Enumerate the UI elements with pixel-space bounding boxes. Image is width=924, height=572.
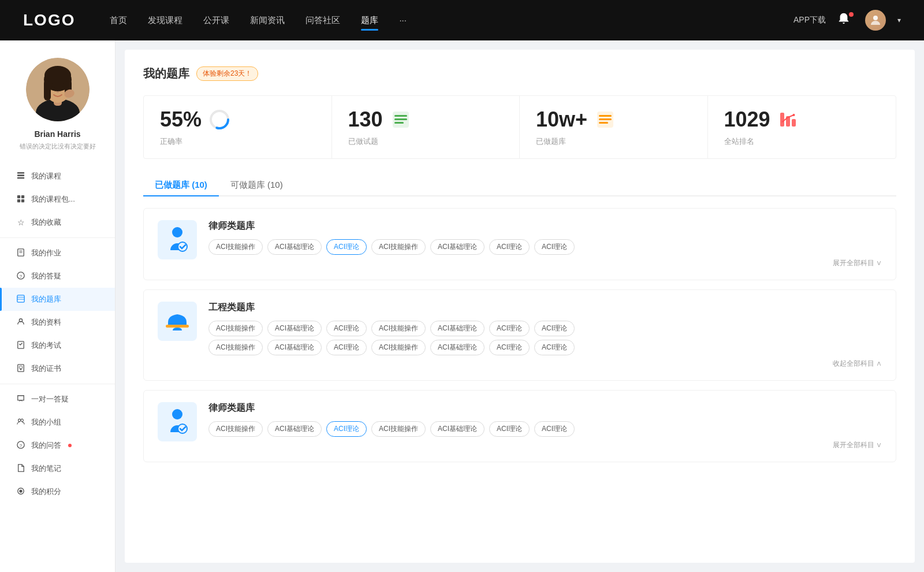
stat-done-banks-label: 已做题库	[536, 136, 691, 147]
svg-rect-25	[17, 295, 24, 302]
notes-icon	[16, 464, 25, 474]
sidebar-item-group-label: 我的小组	[31, 417, 61, 428]
stat-done-questions-top: 130	[348, 107, 504, 132]
tag[interactable]: ACI理论	[534, 421, 575, 437]
stat-accuracy-top: 55%	[160, 107, 315, 132]
svg-point-32	[20, 368, 22, 370]
tag[interactable]: ACI基础理论	[430, 421, 485, 437]
tag[interactable]: ACI理论	[489, 321, 530, 336]
nav-link-discover[interactable]: 发现课程	[148, 13, 182, 28]
svg-point-53	[172, 227, 182, 237]
points-icon	[16, 487, 25, 497]
profile-icon	[16, 318, 25, 328]
tag[interactable]: ACI理论	[534, 321, 575, 336]
tag[interactable]: ACI基础理论	[267, 340, 322, 355]
sidebar-item-points[interactable]: 我的积分	[0, 480, 115, 503]
tab-done[interactable]: 已做题库 (10)	[143, 175, 219, 196]
sidebar-item-my-course[interactable]: 我的课程	[0, 165, 115, 188]
tag[interactable]: ACI理论	[489, 421, 530, 437]
tag[interactable]: ACI基础理论	[430, 340, 485, 355]
nav-user-chevron[interactable]: ▾	[897, 16, 901, 24]
tag[interactable]: ACI技能操作	[371, 421, 426, 437]
sidebar-item-my-qa[interactable]: ? 我的问答	[0, 434, 115, 457]
tag[interactable]: ACI基础理论	[267, 421, 322, 437]
qbank-icon	[16, 295, 25, 304]
tag[interactable]: ACI基础理论	[267, 239, 322, 255]
svg-rect-18	[17, 199, 20, 202]
sidebar-item-homework[interactable]: 我的作业	[0, 242, 115, 265]
tag[interactable]: ACI基础理论	[267, 321, 322, 336]
sidebar-menu: 我的课程 我的课程包... ☆ 我的收藏 我的作业 ?	[0, 165, 115, 503]
stat-done-questions: 130 已做试题	[332, 96, 520, 158]
tag[interactable]: ACI技能操作	[208, 239, 263, 255]
qa-notification-dot	[68, 444, 72, 447]
tag[interactable]: ACI技能操作	[208, 321, 263, 336]
nav-links: 首页 发现课程 公开课 新闻资讯 问答社区 题库 ···	[110, 13, 793, 28]
sidebar-item-notes[interactable]: 我的笔记	[0, 457, 115, 480]
tag[interactable]: ACI理论	[326, 321, 367, 336]
sidebar-item-qbank[interactable]: 我的题库	[0, 288, 115, 311]
tabs: 已做题库 (10) 可做题库 (10)	[143, 175, 896, 196]
sidebar-item-my-course-label: 我的课程	[31, 171, 61, 181]
nav-avatar[interactable]	[865, 10, 886, 31]
done-banks-icon	[594, 109, 616, 131]
tab-available[interactable]: 可做题库 (10)	[219, 175, 295, 196]
page-header: 我的题库 体验剩余23天！	[143, 66, 896, 81]
qbank-tags-engineering-row2: ACI技能操作 ACI基础理论 ACI理论 ACI技能操作 ACI基础理论 AC…	[208, 340, 882, 355]
svg-rect-55	[166, 325, 189, 328]
qbank-list: 律师类题库 ACI技能操作 ACI基础理论 ACI理论 ACI技能操作 ACI基…	[143, 208, 896, 471]
tag[interactable]: ACI技能操作	[371, 340, 426, 355]
tag[interactable]: ACI基础理论	[430, 239, 485, 255]
nav-link-qa[interactable]: 问答社区	[305, 13, 340, 28]
accuracy-donut-chart	[208, 109, 230, 131]
nav-link-more[interactable]: ···	[399, 13, 407, 28]
qbank-item-lawyer-1: 律师类题库 ACI技能操作 ACI基础理论 ACI理论 ACI技能操作 ACI基…	[143, 208, 896, 280]
stat-accuracy-label: 正确率	[160, 136, 315, 147]
nav-link-open[interactable]: 公开课	[203, 13, 229, 28]
nav-link-home[interactable]: 首页	[110, 13, 127, 28]
svg-point-57	[178, 424, 187, 433]
rank-icon	[777, 109, 799, 131]
sidebar-item-course-package[interactable]: 我的课程包...	[0, 188, 115, 211]
nav-app-download[interactable]: APP下载	[793, 15, 826, 25]
nav-bell[interactable]	[837, 12, 854, 28]
tag[interactable]: ACI理论	[489, 340, 530, 355]
sidebar-item-1on1[interactable]: 一对一答疑	[0, 388, 115, 411]
stat-done-questions-label: 已做试题	[348, 136, 504, 147]
sidebar-motto: 错误的决定比没有决定要好	[13, 142, 103, 151]
sidebar-divider-1	[0, 237, 115, 238]
tag[interactable]: ACI技能操作	[371, 239, 426, 255]
collapse-btn-engineering[interactable]: 收起全部科目 ∧	[833, 359, 882, 369]
svg-rect-7	[44, 80, 51, 101]
qbank-footer-engineering: 收起全部科目 ∧	[208, 359, 882, 369]
tag[interactable]: ACI基础理论	[430, 321, 485, 336]
svg-text:?: ?	[20, 443, 23, 448]
sidebar-item-profile[interactable]: 我的资料	[0, 311, 115, 334]
svg-rect-48	[599, 122, 608, 124]
tag[interactable]: ACI理论	[534, 239, 575, 255]
tag[interactable]: ACI技能操作	[371, 321, 426, 336]
svg-rect-14	[17, 174, 24, 176]
nav-logo: LOGO	[23, 11, 75, 29]
tag[interactable]: ACI理论	[534, 340, 575, 355]
tag[interactable]: ACI理论	[326, 340, 367, 355]
stat-rank-label: 全站排名	[724, 136, 880, 147]
sidebar-item-exam[interactable]: 我的考试	[0, 334, 115, 357]
nav-link-qbank[interactable]: 题库	[361, 13, 378, 28]
qbank-title-engineering: 工程类题库	[208, 302, 882, 314]
expand-btn-lawyer-2[interactable]: 展开全部科目 ∨	[833, 440, 882, 450]
sidebar-item-certificate[interactable]: 我的证书	[0, 357, 115, 380]
sidebar-item-questions[interactable]: ? 我的答疑	[0, 265, 115, 288]
tag[interactable]: ACI理论	[326, 239, 367, 255]
expand-btn-lawyer-1[interactable]: 展开全部科目 ∨	[833, 258, 882, 268]
sidebar-item-group[interactable]: 我的小组	[0, 411, 115, 434]
nav-link-news[interactable]: 新闻资讯	[250, 13, 285, 28]
sidebar-item-course-package-label: 我的课程包...	[31, 194, 75, 205]
tag[interactable]: ACI理论	[326, 421, 367, 437]
svg-point-33	[18, 419, 21, 421]
tag[interactable]: ACI技能操作	[208, 340, 263, 355]
sidebar-item-favorites[interactable]: ☆ 我的收藏	[0, 211, 115, 234]
tag[interactable]: ACI理论	[489, 239, 530, 255]
sidebar-item-1on1-label: 一对一答疑	[31, 394, 69, 404]
tag[interactable]: ACI技能操作	[208, 421, 263, 437]
